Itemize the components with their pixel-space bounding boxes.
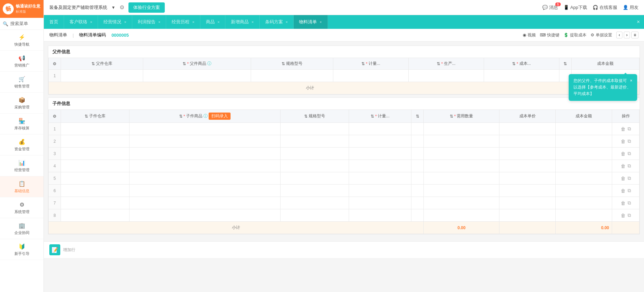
add-row-btn[interactable]: 📝 <box>49 244 60 255</box>
child-warehouse-5[interactable] <box>61 172 129 185</box>
child-unit-cost-4[interactable] <box>499 160 556 172</box>
copy-icon-3[interactable]: ⧉ <box>628 151 631 156</box>
child-unit-cost-5[interactable] <box>499 172 556 185</box>
system-dropdown[interactable]: ▼ <box>111 5 115 10</box>
child-spec-7[interactable] <box>281 197 349 209</box>
parent-produce-1[interactable] <box>408 70 484 82</box>
tab-operation-history[interactable]: 经营历程 × <box>166 15 200 29</box>
sidebar-search[interactable]: 🔍 搜索菜单 <box>0 18 44 30</box>
experience-btn[interactable]: 体验行业方案 <box>128 2 165 13</box>
copy-icon-7[interactable]: ⧉ <box>628 200 631 206</box>
child-warehouse-1[interactable] <box>61 123 129 135</box>
child-spec-4[interactable] <box>281 160 349 172</box>
child-spec-8[interactable] <box>281 209 349 222</box>
sidebar-item-operation[interactable]: 📊 经营管理 <box>0 155 44 176</box>
delete-icon-1[interactable]: 🗑 <box>621 126 626 132</box>
sidebar-item-marketing[interactable]: 📢 营销推广 <box>0 51 44 72</box>
parent-warehouse-1[interactable] <box>61 70 143 82</box>
parent-unit-1[interactable] <box>333 70 408 82</box>
parent-spec-1[interactable] <box>251 70 333 82</box>
child-unit-6[interactable] <box>349 185 411 197</box>
child-goods-1[interactable] <box>129 123 281 135</box>
tab-customers[interactable]: 客户联络 × <box>64 15 98 29</box>
delete-icon-3[interactable]: 🗑 <box>621 151 626 156</box>
child-unit-cost-3[interactable] <box>499 148 556 160</box>
app-download-btn[interactable]: 📱 App下载 <box>564 4 587 11</box>
cost-action[interactable]: 💲 提取成本 <box>564 32 586 38</box>
sidebar-item-inventory[interactable]: 🏪 库存核算 <box>0 114 44 135</box>
child-unit-cost-8[interactable] <box>499 209 556 222</box>
tab-profit-report[interactable]: 利润报告 × <box>132 15 166 29</box>
copy-icon-6[interactable]: ⧉ <box>628 188 631 194</box>
child-spec-6[interactable] <box>281 185 349 197</box>
message-btn[interactable]: 💬 消息 6 <box>542 4 558 11</box>
tab-profit-report-close[interactable]: × <box>158 20 160 24</box>
child-goods-7[interactable] <box>129 197 281 209</box>
copy-icon-2[interactable]: ⧉ <box>628 138 631 144</box>
th-settings-parent[interactable]: ⚙ <box>49 58 61 70</box>
delete-icon-6[interactable]: 🗑 <box>621 188 626 194</box>
child-quantity-4[interactable] <box>424 160 499 172</box>
delete-icon-4[interactable]: 🗑 <box>621 163 626 169</box>
sidebar-item-sales[interactable]: 🛒 销售管理 <box>0 72 44 93</box>
child-unit-cost-7[interactable] <box>499 197 556 209</box>
child-goods-2[interactable] <box>129 135 281 148</box>
tab-goods-close[interactable]: × <box>218 20 220 24</box>
child-quantity-7[interactable] <box>424 197 499 209</box>
child-quantity-1[interactable] <box>424 123 499 135</box>
view-action[interactable]: ◉ 视频 <box>523 32 536 38</box>
tab-customers-close[interactable]: × <box>90 20 92 24</box>
child-goods-3[interactable] <box>129 148 281 160</box>
copy-icon-4[interactable]: ⧉ <box>628 163 631 169</box>
child-unit-5[interactable] <box>349 172 411 185</box>
child-warehouse-8[interactable] <box>61 209 129 222</box>
delete-icon-5[interactable]: 🗑 <box>621 176 626 181</box>
child-spec-1[interactable] <box>281 123 349 135</box>
copy-icon-5[interactable]: ⧉ <box>628 175 631 181</box>
tab-barcode-close[interactable]: × <box>286 20 288 24</box>
child-quantity-2[interactable] <box>424 135 499 148</box>
delete-icon-8[interactable]: 🗑 <box>621 213 626 218</box>
tab-add-goods-close[interactable]: × <box>251 20 253 24</box>
child-warehouse-7[interactable] <box>61 197 129 209</box>
user-btn[interactable]: 👤 用友 <box>623 4 639 11</box>
close-all-tabs[interactable]: × <box>633 19 644 25</box>
child-unit-8[interactable] <box>349 209 411 222</box>
settings-icon[interactable]: ⚙ <box>120 4 124 11</box>
child-unit-cost-6[interactable] <box>499 185 556 197</box>
child-unit-cost-2[interactable] <box>499 135 556 148</box>
copy-icon-8[interactable]: ⧉ <box>628 212 631 218</box>
child-quantity-5[interactable] <box>424 172 499 185</box>
child-spec-5[interactable] <box>281 172 349 185</box>
prev-btn[interactable]: ‹ <box>616 32 622 38</box>
next-btn[interactable]: › <box>624 32 630 38</box>
tab-add-goods[interactable]: 新增商品 × <box>225 15 259 29</box>
child-quantity-6[interactable] <box>424 185 499 197</box>
child-goods-5[interactable] <box>129 172 281 185</box>
child-warehouse-2[interactable] <box>61 135 129 148</box>
child-unit-3[interactable] <box>349 148 411 160</box>
breadcrumb-bom-list[interactable]: 物料清单 <box>49 32 67 38</box>
tab-barcode[interactable]: 条码方案 × <box>260 15 294 29</box>
delete-icon-2[interactable]: 🗑 <box>621 139 626 144</box>
sidebar-item-purchase[interactable]: 📦 采购管理 <box>0 93 44 114</box>
th-settings-child[interactable]: ⚙ <box>49 110 61 123</box>
sidebar-item-enterprise[interactable]: 🏢 企业协同 <box>0 218 44 239</box>
child-goods-4[interactable] <box>129 160 281 172</box>
child-quantity-3[interactable] <box>424 148 499 160</box>
child-spec-2[interactable] <box>281 135 349 148</box>
child-quantity-8[interactable] <box>424 209 499 222</box>
online-service-btn[interactable]: 🎧 在线客服 <box>593 4 617 11</box>
scan-btn[interactable]: 扫码录入 <box>209 113 231 120</box>
single-settings-action[interactable]: ⚙ 单据设置 <box>591 32 612 38</box>
shortcut-action[interactable]: ⌨ 快捷键 <box>540 32 559 38</box>
sidebar-item-finance[interactable]: 💰 资金管理 <box>0 135 44 155</box>
child-warehouse-4[interactable] <box>61 160 129 172</box>
child-unit-4[interactable] <box>349 160 411 172</box>
tooltip-close-btn[interactable]: × <box>630 78 632 84</box>
sidebar-item-guide[interactable]: 🔰 新手引导 <box>0 239 44 260</box>
child-unit-cost-1[interactable] <box>499 123 556 135</box>
sidebar-item-basic-info[interactable]: 📋 基础信息 <box>0 176 44 197</box>
tab-operation-status[interactable]: 经营情况 × <box>98 15 132 29</box>
list-view-btn[interactable]: ≡ <box>631 32 639 38</box>
